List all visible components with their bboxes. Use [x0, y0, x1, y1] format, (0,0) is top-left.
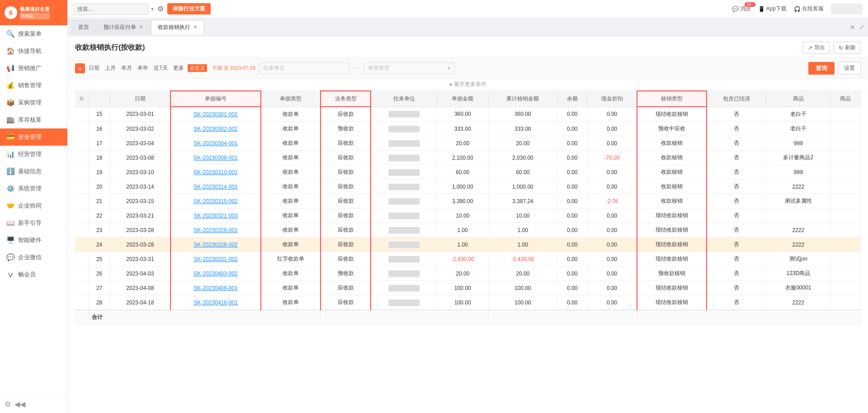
sidebar-item-quicknav[interactable]: 🏠快捷导航 — [0, 43, 67, 60]
industry-solution-button[interactable]: 体验行业方案 — [167, 3, 211, 14]
tab-home[interactable]: 首页 — [71, 20, 96, 34]
query-button[interactable]: 查询 — [808, 62, 835, 75]
filter-settings-button[interactable]: 设置 — [838, 62, 861, 75]
bill-no-link[interactable]: SK-20230308-001 — [193, 155, 237, 161]
col-verify-type[interactable]: 核销类型 — [637, 91, 707, 107]
collapse-icon[interactable]: ◀◀ — [14, 400, 25, 408]
tab-collection[interactable]: 收款核销执行 ✕ — [151, 20, 204, 34]
sidebar-item-finance[interactable]: 💳资金管理 — [0, 128, 67, 146]
table-row[interactable]: 18 2023-03-08 SK-20230308-001 收款单 应收款 ██… — [75, 151, 861, 165]
topbar-search-input[interactable] — [73, 3, 149, 15]
sidebar-item-search[interactable]: 🔍搜索菜单 — [0, 25, 67, 43]
col-goods2[interactable]: 商品 — [830, 91, 860, 107]
topbar-gear-icon[interactable]: ⚙ — [157, 5, 164, 13]
partner-filter[interactable]: 往来单位 — [259, 62, 349, 74]
date-last-month[interactable]: 上月 — [103, 63, 118, 73]
table-row[interactable]: 28 2023-04-18 SK-20230418-001 收款单 应收款 ██… — [75, 295, 861, 310]
filter-toggle-button[interactable]: » — [75, 63, 85, 73]
bill-no-link[interactable]: SK-20230403-002 — [193, 271, 237, 277]
sidebar-item-guide[interactable]: 📖新手引导 — [0, 214, 67, 232]
date-this-month[interactable]: 本月 — [119, 63, 134, 73]
cell-balance: 0.00 — [557, 151, 587, 165]
sidebar-item-operations[interactable]: 📊经营管理 — [0, 146, 67, 163]
cell-date: 2023-03-28 — [110, 223, 170, 237]
bill-no-link[interactable]: SK-20230328-001 — [193, 227, 237, 233]
col-gear[interactable]: ⚙ — [75, 91, 89, 107]
table-row[interactable]: 15 2023-03-01 SK-20230301-002 收款单 应收款 ██… — [75, 107, 861, 122]
bill-no-link[interactable]: SK-20230321-003 — [193, 213, 237, 219]
cell-no: 27 — [89, 281, 110, 295]
table-row[interactable]: 25 2023-03-31 SK-20230331-002 红字收款单 应收款 … — [75, 252, 861, 266]
cell-goods2 — [830, 151, 860, 165]
table-row[interactable]: 20 2023-03-14 SK-20230314-001 收款单 应收款 ██… — [75, 180, 861, 194]
sidebar-item-hardware[interactable]: 🖥️智能硬件 — [0, 232, 67, 249]
refresh-button[interactable]: ↻ 刷新 — [834, 42, 861, 54]
col-incl-settled[interactable]: 包含已结清 — [707, 91, 766, 107]
bill-no-link[interactable]: SK-20230302-002 — [193, 126, 237, 132]
cell-no: 20 — [89, 180, 110, 194]
bill-no-link[interactable]: SK-20230328-002 — [193, 242, 237, 248]
expand-more-button[interactable]: ▾ 展开更多条件 — [449, 81, 486, 88]
settings-icon[interactable]: ⚙ — [5, 400, 11, 408]
col-accum-verify[interactable]: 累计核销金额 — [488, 91, 557, 107]
main-content: ▾ ⚙ 体验行业方案 💬 消息 99+ 📱 App下载 🎧 在线客服 首页 — [68, 0, 868, 413]
maximize-window-icon[interactable]: ⤢ — [859, 24, 864, 31]
col-balance[interactable]: 余额 — [557, 91, 587, 107]
bill-no-link[interactable]: SK-20230315-002 — [193, 198, 237, 204]
close-window-icon[interactable]: ✕ — [850, 24, 855, 31]
col-cash-discount[interactable]: 现金折扣 — [587, 91, 637, 107]
tab-payable[interactable]: 预计应应付单 ✕ — [97, 20, 150, 34]
col-date[interactable]: 日期 — [110, 91, 170, 107]
export-button[interactable]: ↗ 导出 — [803, 42, 830, 54]
cell-bill-type: 收款单 — [261, 281, 321, 295]
table-row[interactable]: 23 2023-03-28 SK-20230328-001 收款单 应收款 ██… — [75, 223, 861, 237]
table-row[interactable]: 26 2023-04-03 SK-20230403-002 收款单 预收款 ██… — [75, 266, 861, 281]
online-support-link[interactable]: 🎧 在线客服 — [794, 5, 824, 13]
table-row[interactable]: 24 2023-03-28 SK-20230328-002 收款单 应收款 ██… — [75, 237, 861, 252]
bill-no-link[interactable]: SK-20230408-001 — [193, 285, 237, 291]
col-partner[interactable]: 往来单位 — [371, 91, 437, 107]
table-row[interactable]: 17 2023-03-04 SK-20230304-001 收款单 应收款 ██… — [75, 136, 861, 151]
sidebar-item-enterprise[interactable]: 🤝企业协同 — [0, 197, 67, 214]
table-row[interactable]: 21 2023-03-15 SK-20230315-002 收款单 应收款 ██… — [75, 194, 861, 209]
date-7days[interactable]: 近7天 — [152, 63, 170, 73]
table-row[interactable]: 27 2023-04-08 SK-20230408-001 收款单 应收款 ██… — [75, 281, 861, 295]
bill-no-link[interactable]: SK-20230301-002 — [193, 111, 237, 118]
table-row[interactable]: 16 2023-03-02 SK-20230302-002 收款单 预收款 ██… — [75, 122, 861, 136]
date-more[interactable]: 更多 — [171, 63, 186, 73]
sidebar-item-member[interactable]: V畅会员 — [0, 266, 67, 283]
tab-bar: 首页 预计应应付单 ✕ 收款核销执行 ✕ ✕ ⤢ — [68, 18, 868, 36]
tab-collection-close-icon[interactable]: ✕ — [193, 24, 198, 30]
cell-balance: 0.00 — [557, 136, 587, 151]
table-row[interactable]: 22 2023-03-21 SK-20230321-003 收款单 应收款 ██… — [75, 209, 861, 223]
col-amount[interactable]: 单据金额 — [437, 91, 488, 107]
sidebar-item-purchase[interactable]: 📦采购管理 — [0, 94, 67, 111]
col-bill-type[interactable]: 单据类型 — [261, 91, 321, 107]
sidebar-item-marketing[interactable]: 📢营销推广 — [0, 60, 67, 77]
bill-no-link[interactable]: SK-20230331-002 — [193, 256, 237, 262]
date-this-year[interactable]: 本年 — [136, 63, 150, 73]
col-biz-type[interactable]: 业务类型 — [321, 91, 371, 107]
cell-incl-settled: 否 — [707, 136, 766, 151]
window-controls: ✕ ⤢ — [850, 24, 864, 31]
bill-no-link[interactable]: SK-20230314-001 — [193, 184, 237, 190]
app-download-link[interactable]: 📱 App下载 — [758, 5, 787, 13]
bill-no-link[interactable]: SK-20230304-001 — [193, 140, 237, 147]
cell-amount: 100.00 — [437, 295, 488, 310]
bill-type-filter[interactable]: 单据类型 ▾ — [364, 62, 454, 74]
bill-no-link[interactable]: SK-20230310-001 — [193, 169, 237, 176]
tab-payable-close-icon[interactable]: ✕ — [139, 24, 143, 30]
sidebar-item-wechat[interactable]: 💬企业微信 — [0, 249, 67, 266]
sidebar-icon-member: V — [6, 271, 14, 279]
date-custom-btn[interactable]: 自定义 — [188, 64, 207, 72]
col-goods[interactable]: 商品 — [766, 91, 830, 107]
sidebar-item-inventory[interactable]: 🏬库存核算 — [0, 111, 67, 128]
bill-no-link[interactable]: SK-20230418-001 — [193, 299, 237, 306]
messages-link[interactable]: 💬 消息 99+ — [732, 5, 751, 13]
sidebar-item-sales[interactable]: 💰销售管理 — [0, 77, 67, 94]
sidebar-item-basic[interactable]: ℹ️基础信息 — [0, 163, 67, 180]
col-bill-no[interactable]: 单据编号 — [170, 91, 261, 107]
table-row[interactable]: 19 2023-03-10 SK-20230310-001 收款单 应收款 ██… — [75, 165, 861, 180]
sidebar-item-system[interactable]: ⚙️系统管理 — [0, 180, 67, 197]
cell-bill-type: 收款单 — [261, 295, 321, 310]
